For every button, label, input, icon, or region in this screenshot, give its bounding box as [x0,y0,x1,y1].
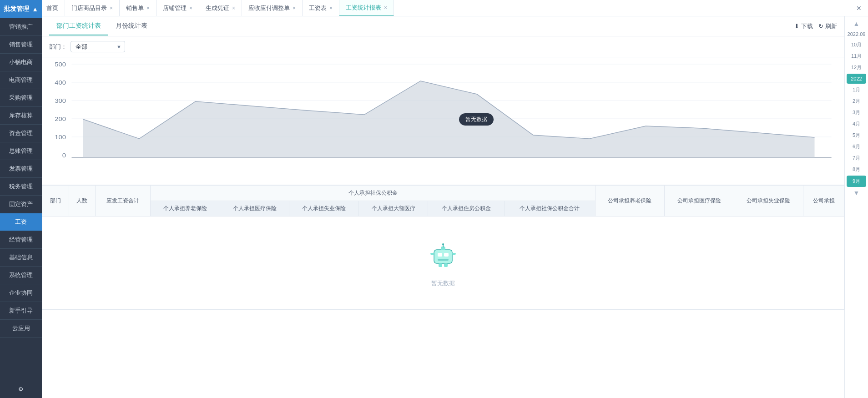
svg-rect-15 [444,253,449,257]
sidebar-item-gdzcgl[interactable]: 固定资产 [0,196,42,213]
area-chart: 500 400 300 200 100 0 [49,62,837,171]
sub-tab-actions: ⬇ 下载 ↻ 刷新 [794,22,837,30]
empty-state: 暂无数据 [47,220,839,306]
sidebar-item-jygl[interactable]: 经营管理 [0,231,42,249]
timeline-9-active[interactable]: 9月 [847,176,866,187]
sidebar-item-swgl[interactable]: 税务管理 [0,178,42,196]
tab-payroll-report[interactable]: 工资统计报表 × [339,0,394,16]
page-body: 部门工资统计表 月份统计表 ⬇ 下载 ↻ 刷新 [42,16,844,398]
svg-rect-22 [439,263,442,267]
empty-text: 暂无数据 [431,279,455,287]
tab-close-store-catalog[interactable]: × [110,5,113,11]
timeline-8[interactable]: 8月 [845,164,868,175]
col-personal-medical: 个人承担医疗保险 [220,201,289,217]
col-company-other: 公司承担 [803,186,844,217]
col-count: 人数 [69,186,96,217]
svg-text:200: 200 [55,116,66,122]
col-dept: 部门 [42,186,69,217]
timeline-10[interactable]: 10月 [845,39,868,50]
sidebar-item-qytx[interactable]: 企业协同 [0,284,42,302]
dept-select-wrapper: 全部 ▼ [71,41,125,52]
tab-close-payroll[interactable]: × [329,5,333,11]
svg-text:100: 100 [55,134,66,140]
tab-close-ar-ap[interactable]: × [293,5,296,11]
sidebar-item-fpgl[interactable]: 发票管理 [0,160,42,178]
tab-close-payroll-report[interactable]: × [384,5,387,11]
tab-home[interactable]: 首页 [42,0,65,16]
empty-icon [425,238,461,275]
col-company-unemploy: 公司承担失业保险 [734,186,803,217]
tab-store-mgmt[interactable]: 店铺管理 × [156,0,199,16]
close-all-button[interactable]: ✕ [853,4,864,13]
svg-point-19 [442,243,444,245]
col-company-medical: 公司承担医疗保险 [665,186,734,217]
timeline-down-nav[interactable]: ▼ [852,187,862,198]
tab-sales-order[interactable]: 销售单 × [120,0,156,16]
filter-bar: 部门： 全部 ▼ [42,36,844,57]
sidebar-item-xsgl[interactable]: 销售管理 [0,36,42,54]
col-personal-major-medical: 个人承担大额医疗 [358,201,428,217]
tab-close-store-mgmt[interactable]: × [189,5,192,11]
timeline-11[interactable]: 11月 [845,50,868,62]
sidebar-item-xsyd[interactable]: 新手引导 [0,302,42,320]
timeline-5[interactable]: 5月 [845,130,868,141]
sidebar-item-dsgl[interactable]: 电商管理 [0,71,42,89]
sidebar-item-zjgl[interactable]: 资金管理 [0,125,42,142]
sidebar-toggle-icon: ▲ [32,5,38,13]
svg-rect-14 [438,253,442,257]
tab-store-catalog[interactable]: 门店商品目录 × [65,0,120,16]
sidebar-item-jcxx[interactable]: 基础信息 [0,249,42,267]
sidebar: 批发管理 ▲ 营销推广 销售管理 小畅电商 电商管理 采购管理 库存核算 资金管… [0,0,42,398]
tab-close-sales-order[interactable]: × [146,5,150,11]
timeline-7[interactable]: 7月 [845,152,868,164]
tab-close-gen-voucher[interactable]: × [232,5,235,11]
sidebar-item-kches[interactable]: 库存核算 [0,107,42,125]
content-area: 部门工资统计表 月份统计表 ⬇ 下载 ↻ 刷新 [42,16,868,398]
sidebar-item-yyy[interactable]: 云应用 [0,320,42,338]
sidebar-title: 批发管理 [4,5,29,13]
sub-tab-bar: 部门工资统计表 月份统计表 ⬇ 下载 ↻ 刷新 [42,16,844,36]
tab-ar-ap[interactable]: 应收应付调整单 × [242,0,303,16]
sidebar-item-gz[interactable]: 工资 [0,213,42,231]
svg-text:500: 500 [55,62,66,68]
sidebar-item-xtgl[interactable]: 系统管理 [0,267,42,284]
timeline-3[interactable]: 3月 [845,107,868,118]
sidebar-item-cggl[interactable]: 采购管理 [0,89,42,107]
timeline-4[interactable]: 4月 [845,118,868,130]
timeline-12[interactable]: 12月 [845,62,868,73]
col-group-personal: 个人承担社保公积金 [151,186,595,201]
sidebar-item-zzgl[interactable]: 总账管理 [0,142,42,160]
timeline-6[interactable]: 6月 [845,141,868,152]
timeline-panel: ▲ 2022.09 10月 11月 12月 2022 1月 2月 [844,16,868,398]
svg-text:300: 300 [55,98,66,104]
tab-monthly-stats[interactable]: 月份统计表 [108,17,155,35]
col-company-old-age: 公司承担养老保险 [595,186,664,217]
dept-filter-label: 部门： [49,43,67,51]
tab-dept-payroll[interactable]: 部门工资统计表 [49,17,108,35]
svg-rect-21 [452,253,456,255]
tab-gen-voucher[interactable]: 生成凭证 × [199,0,242,16]
col-personal-old-age: 个人承担养老保险 [151,201,220,217]
col-personal-housing: 个人承担住房公积金 [428,201,505,217]
sidebar-settings[interactable]: ⚙ [0,380,42,398]
timeline-up-nav[interactable]: ▲ [852,18,862,29]
dept-select[interactable]: 全部 [71,41,125,52]
tab-bar-end: ✕ [853,4,868,13]
sidebar-header[interactable]: 批发管理 ▲ [0,0,42,18]
table-area[interactable]: 部门 人数 应发工资合计 个人承担社保公积金 公司承担养老保险 公司承担医疗保险… [42,185,844,398]
tab-bar: 首页 门店商品目录 × 销售单 × 店铺管理 × 生成凭证 × 应收应付调整单 … [42,0,868,16]
timeline-2[interactable]: 2月 [845,96,868,107]
timeline-1[interactable]: 1月 [845,84,868,96]
svg-marker-12 [83,81,814,157]
refresh-button[interactable]: ↻ 刷新 [818,22,837,30]
main-content: 首页 门店商品目录 × 销售单 × 店铺管理 × 生成凭证 × 应收应付调整单 … [42,0,868,398]
sidebar-item-xcdz[interactable]: 小畅电商 [0,54,42,71]
svg-rect-13 [434,250,452,263]
data-table: 部门 人数 应发工资合计 个人承担社保公积金 公司承担养老保险 公司承担医疗保险… [42,185,844,310]
col-total-wage: 应发工资合计 [96,186,151,217]
sidebar-item-yxtt[interactable]: 营销推广 [0,18,42,36]
timeline-2022-09-label[interactable]: 2022.09 [845,29,868,39]
tab-payroll[interactable]: 工资表 × [303,0,339,16]
timeline-year-2022[interactable]: 2022 [847,74,866,84]
download-button[interactable]: ⬇ 下载 [794,22,813,30]
